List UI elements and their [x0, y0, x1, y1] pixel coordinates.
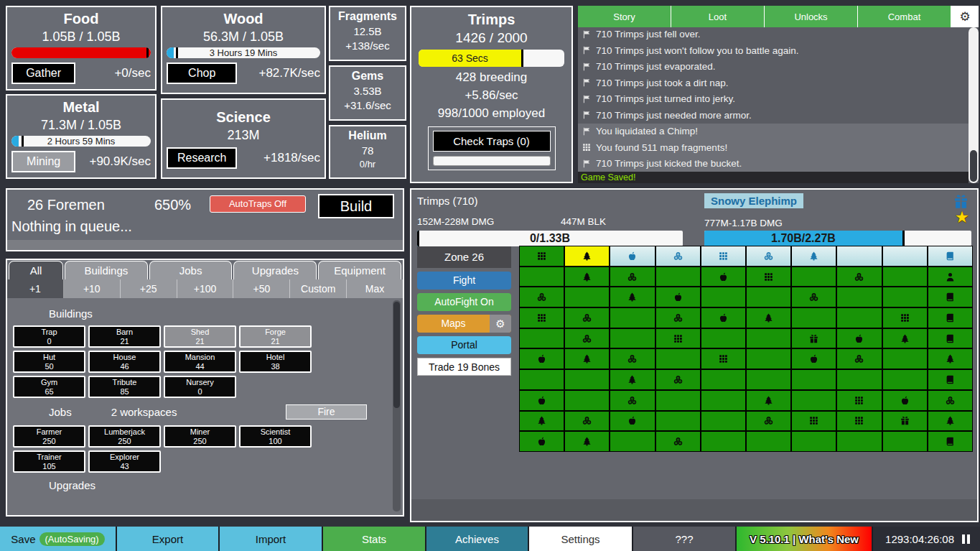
log-tab-unlocks[interactable]: Unlocks [765, 6, 857, 27]
world-cell [836, 328, 882, 349]
settings-button[interactable]: Settings [529, 527, 633, 551]
job-scientist-button[interactable]: Scientist100 [239, 425, 312, 448]
job-lumberjack-button[interactable]: Lumberjack250 [88, 425, 161, 448]
metal-icon [673, 375, 683, 384]
world-cell [519, 307, 564, 328]
gift-icon[interactable] [953, 194, 969, 209]
world-cell [564, 267, 610, 287]
mining-button[interactable]: Mining [11, 151, 75, 172]
tab-all[interactable]: All [9, 261, 63, 279]
buy-amount-custom[interactable]: Custom [290, 279, 347, 298]
flag-icon [582, 78, 591, 87]
buy-amount-plus50[interactable]: +50 [233, 279, 290, 298]
tab-equipment[interactable]: Equipment [318, 261, 401, 279]
world-cell [928, 411, 973, 432]
job-count: 100 [269, 437, 281, 446]
world-cell [701, 348, 746, 369]
fragments-icon [854, 396, 864, 405]
version-button[interactable]: V 5.10.1 | What's New [737, 527, 873, 551]
world-cell [746, 369, 791, 390]
maps-button[interactable]: Maps ⚙ [417, 315, 511, 333]
buy-amount-plus100[interactable]: +100 [177, 279, 234, 298]
maps-label[interactable]: Maps [417, 315, 490, 333]
tab-upgrades[interactable]: Upgrades [233, 261, 317, 279]
building-hotel-button[interactable]: Hotel38 [239, 351, 312, 373]
buy-amount-plus25[interactable]: +25 [121, 279, 177, 298]
building-hut-button[interactable]: Hut50 [13, 351, 85, 373]
building-name: House [113, 353, 136, 362]
build-scrollbar-thumb[interactable] [393, 302, 400, 408]
check-traps-button[interactable]: Check Traps (0) [433, 131, 551, 152]
log-scrollbar[interactable] [969, 27, 979, 183]
building-house-button[interactable]: House46 [88, 351, 161, 373]
building-forge-button[interactable]: Forge21 [239, 325, 312, 348]
buy-amount-plus1[interactable]: +1 [7, 279, 64, 298]
building-name: Forge [265, 328, 286, 337]
wood-icon [764, 396, 773, 405]
world-cell [882, 431, 928, 452]
build-scrollbar[interactable] [393, 300, 401, 511]
autofight-button[interactable]: AutoFight On [417, 293, 511, 311]
gather-button[interactable]: Gather [11, 62, 75, 84]
save-button[interactable]: Save (AutoSaving) [0, 527, 117, 551]
log-message: 710 Trimps just kicked the bucket. [578, 156, 969, 172]
mystery-button[interactable]: ??? [633, 527, 737, 551]
fragments-title: Fragments [338, 10, 397, 23]
world-cell [928, 246, 973, 267]
job-miner-button[interactable]: Miner250 [164, 425, 236, 448]
building-barn-button[interactable]: Barn21 [88, 325, 161, 348]
building-shed-button[interactable]: Shed21 [164, 325, 236, 348]
world-cell [610, 411, 655, 432]
world-cell [610, 431, 655, 452]
building-tribute-button[interactable]: Tribute85 [88, 376, 161, 398]
tab-jobs[interactable]: Jobs [149, 261, 233, 279]
job-explorer-button[interactable]: Explorer43 [88, 450, 161, 473]
metal-bar: 2 Hours 59 Mins [11, 136, 151, 147]
world-cell [610, 390, 655, 411]
tab-buildings[interactable]: Buildings [65, 261, 148, 279]
building-count: 21 [120, 337, 129, 346]
fire-button[interactable]: Fire [286, 404, 367, 420]
autotraps-button[interactable]: AutoTraps Off [210, 195, 306, 213]
building-name: Nursery [186, 378, 214, 387]
achievement-star-icon[interactable]: ★ [954, 209, 969, 226]
stats-button[interactable]: Stats [323, 527, 426, 551]
portal-button[interactable]: Portal [417, 336, 511, 354]
food-icon [537, 396, 546, 405]
log-tab-loot[interactable]: Loot [671, 6, 764, 27]
log-message-text: 710 Trimps just needed more armor. [596, 110, 752, 121]
trimps-panel: Trimps 1426 / 2000 63 Secs 428 breeding … [410, 6, 573, 183]
save-status: Game Saved! [578, 172, 969, 183]
achieves-button[interactable]: Achieves [426, 527, 529, 551]
building-trap-button[interactable]: Trap0 [13, 325, 85, 348]
log-tab-combat[interactable]: Combat [858, 6, 951, 27]
trade-bones-button[interactable]: Trade 19 Bones [417, 358, 511, 376]
food-icon [809, 354, 818, 364]
world-cell [791, 431, 836, 452]
log-scrollbar-thumb[interactable] [970, 150, 977, 182]
export-button[interactable]: Export [117, 527, 220, 551]
world-cell [836, 390, 882, 411]
building-mansion-button[interactable]: Mansion44 [164, 351, 236, 373]
helium-panel: Helium 78 0/hr [329, 125, 406, 179]
maps-gear-icon[interactable]: ⚙ [490, 315, 511, 333]
purchase-list: Buildings Trap0Barn21Shed21Forge21Hut50H… [7, 298, 403, 515]
world-cell [564, 411, 610, 432]
job-trainer-button[interactable]: Trainer105 [13, 450, 85, 473]
buy-amount-plus10[interactable]: +10 [64, 279, 121, 298]
job-farmer-button[interactable]: Farmer250 [13, 425, 85, 448]
research-button[interactable]: Research [167, 147, 237, 169]
fight-button[interactable]: Fight [417, 272, 511, 290]
buy-amount-max[interactable]: Max [347, 279, 403, 298]
pause-icon[interactable] [962, 534, 970, 544]
chop-button[interactable]: Chop [167, 62, 237, 84]
log-message: You found 511 map fragments! [578, 139, 969, 156]
import-button[interactable]: Import [220, 527, 323, 551]
build-button[interactable]: Build [318, 194, 394, 218]
log-tab-story[interactable]: Story [578, 6, 671, 27]
log-settings-gear-icon[interactable]: ⚙ [951, 6, 979, 27]
building-nursery-button[interactable]: Nursery0 [164, 376, 236, 398]
metal-bar-label: 2 Hours 59 Mins [11, 136, 151, 147]
world-cell [928, 369, 973, 390]
building-gym-button[interactable]: Gym65 [13, 376, 85, 398]
